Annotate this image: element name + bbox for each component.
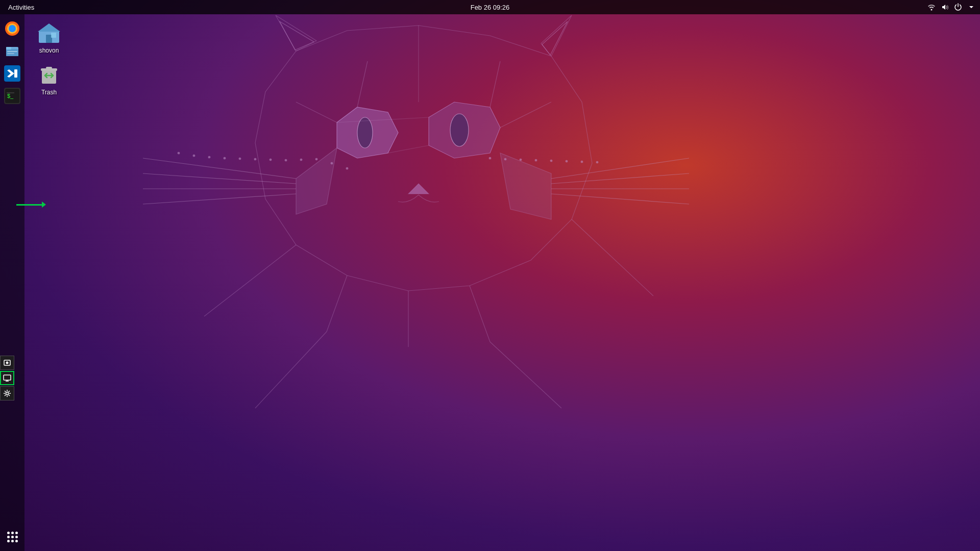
notification-screenshot[interactable] — [0, 356, 14, 370]
notification-display[interactable] — [0, 371, 14, 385]
svg-point-19 — [224, 157, 226, 159]
svg-point-57 — [9, 25, 16, 32]
desktop-icon-trash[interactable]: Trash — [29, 60, 69, 98]
firefox-icon — [4, 20, 20, 37]
desktop: Activities Feb 26 09:26 — [0, 0, 980, 551]
svg-point-26 — [331, 162, 333, 164]
dock-item-vscode[interactable] — [2, 63, 22, 84]
svg-marker-1 — [276, 15, 316, 51]
vscode-icon — [4, 65, 20, 82]
desktop-icons-area: shovon Trash — [29, 18, 69, 98]
svg-point-27 — [346, 167, 348, 169]
svg-line-37 — [143, 173, 296, 184]
show-apps-button[interactable] — [2, 527, 22, 547]
svg-point-20 — [239, 158, 241, 160]
notification-settings[interactable] — [0, 386, 14, 400]
svg-marker-70 — [38, 23, 60, 32]
dropdown-icon[interactable] — [967, 3, 976, 12]
topbar: Activities Feb 26 09:26 — [0, 0, 980, 14]
terminal-icon: $_ — [4, 88, 20, 104]
svg-rect-74 — [42, 70, 56, 84]
svg-rect-72 — [51, 33, 56, 38]
svg-point-34 — [581, 161, 583, 163]
svg-line-49 — [204, 245, 296, 316]
trash-icon-label: Trash — [41, 89, 57, 96]
files-icon — [4, 43, 20, 59]
svg-line-13 — [490, 61, 500, 107]
volume-icon[interactable] — [940, 3, 949, 12]
svg-line-11 — [500, 102, 551, 128]
svg-marker-3 — [280, 21, 314, 50]
svg-marker-0 — [255, 26, 592, 291]
svg-point-28 — [489, 157, 491, 159]
svg-line-52 — [337, 117, 429, 122]
svg-point-21 — [254, 158, 256, 160]
svg-point-30 — [520, 159, 522, 161]
svg-point-7 — [357, 117, 373, 148]
svg-rect-64 — [14, 69, 17, 78]
svg-rect-60 — [6, 47, 11, 49]
svg-line-36 — [143, 158, 296, 179]
svg-line-43 — [551, 194, 689, 204]
home-icon-label: shovon — [39, 47, 59, 54]
svg-marker-6 — [429, 102, 500, 158]
svg-line-39 — [143, 194, 296, 204]
arrow-line — [16, 204, 42, 206]
svg-line-10 — [296, 102, 337, 122]
svg-point-29 — [504, 158, 506, 160]
apps-grid-icon — [7, 532, 18, 542]
topbar-clock[interactable]: Feb 26 09:26 — [471, 4, 510, 11]
svg-line-50 — [572, 219, 653, 296]
svg-marker-14 — [296, 148, 337, 214]
power-icon[interactable] — [953, 3, 963, 12]
svg-point-17 — [193, 155, 195, 157]
svg-line-44 — [327, 276, 347, 332]
svg-point-54 — [931, 9, 933, 11]
svg-line-40 — [551, 158, 689, 179]
activities-button[interactable]: Activities — [4, 4, 38, 11]
trash-icon-img — [37, 62, 61, 87]
svg-point-24 — [300, 159, 302, 161]
svg-line-47 — [255, 332, 327, 408]
topbar-left: Activities — [4, 4, 38, 11]
svg-line-48 — [490, 342, 561, 408]
svg-line-53 — [388, 145, 429, 153]
svg-point-82 — [6, 392, 9, 395]
svg-point-8 — [450, 114, 469, 146]
svg-line-12 — [357, 61, 368, 107]
dock-item-firefox[interactable] — [2, 18, 22, 39]
svg-rect-62 — [7, 53, 14, 54]
svg-text:$_: $_ — [7, 93, 14, 99]
svg-point-18 — [208, 156, 210, 158]
svg-marker-15 — [500, 153, 551, 219]
svg-point-31 — [535, 159, 537, 161]
arrow-head — [42, 202, 46, 208]
svg-point-35 — [596, 161, 598, 163]
svg-point-33 — [566, 160, 568, 162]
svg-point-16 — [178, 152, 180, 154]
svg-line-45 — [470, 286, 490, 342]
notification-popup — [0, 179, 14, 400]
svg-marker-9 — [408, 184, 429, 194]
home-icon-img — [37, 20, 61, 45]
svg-point-78 — [6, 362, 9, 364]
svg-line-41 — [551, 173, 689, 184]
network-icon[interactable] — [927, 3, 936, 12]
svg-point-25 — [315, 158, 317, 160]
dock-item-terminal[interactable]: $_ — [2, 86, 22, 106]
svg-marker-5 — [337, 107, 398, 158]
green-arrow-indicator — [16, 202, 46, 208]
topbar-right — [927, 3, 976, 12]
desktop-icon-home[interactable]: shovon — [29, 18, 69, 56]
svg-point-23 — [285, 159, 287, 161]
svg-rect-61 — [7, 51, 17, 52]
svg-point-32 — [550, 160, 552, 162]
svg-rect-59 — [6, 49, 18, 56]
svg-marker-4 — [542, 21, 568, 55]
svg-rect-76 — [46, 67, 52, 69]
svg-marker-2 — [541, 15, 572, 56]
dock-item-files[interactable] — [2, 41, 22, 61]
cat-wallpaper — [0, 0, 980, 551]
svg-rect-79 — [4, 375, 11, 380]
svg-point-22 — [270, 159, 272, 161]
